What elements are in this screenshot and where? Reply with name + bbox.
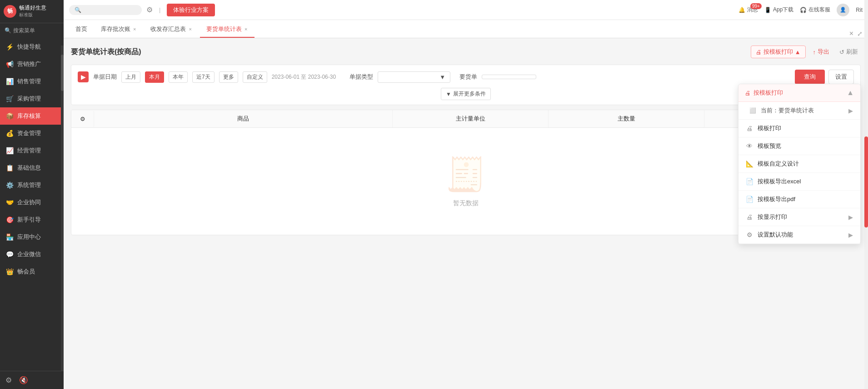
messages-button[interactable]: 🔔 消息 99+: [738, 6, 758, 14]
tab-order-summary-close[interactable]: ×: [244, 26, 248, 32]
excel-icon: 📄: [746, 178, 753, 185]
user-avatar[interactable]: 👤: [837, 4, 849, 16]
sidebar-item-collab[interactable]: 🤝 企业协同: [0, 194, 64, 211]
app-version: 标准版: [19, 12, 46, 18]
sidebar-item-marketing[interactable]: 📢 营销推广: [0, 56, 64, 73]
sidebar-item-operations[interactable]: 📈 经营管理: [0, 142, 64, 159]
inventory-icon: 📦: [5, 112, 14, 120]
current-template-icon: ⬜: [749, 107, 756, 114]
tab-home[interactable]: 首页: [69, 21, 94, 38]
mute-icon[interactable]: 🔇: [19, 376, 28, 384]
this-month-btn[interactable]: 本月: [145, 71, 164, 83]
topbar-right: 🔔 消息 99+ 📱 App下载 🎧 在线客服 👤 Rit: [738, 4, 863, 16]
sidebar-item-label: 系统管理: [17, 181, 41, 189]
sidebar-item-appstore[interactable]: 🏪 应用中心: [0, 228, 64, 246]
dropdown-display-print[interactable]: 🖨 按显示打印 ▶: [738, 208, 860, 226]
headset-icon: 🎧: [800, 7, 807, 13]
sidebar-item-inventory[interactable]: 📦 库存核算: [0, 107, 64, 125]
app-download-button[interactable]: 📱 App下载: [764, 6, 793, 14]
dropdown-template-export-pdf[interactable]: 📄 按模板导出pdf: [738, 191, 860, 208]
finance-icon: 💰: [5, 129, 14, 137]
print-icon: 🖨: [746, 125, 753, 132]
quicknav-icon: ⚡: [5, 43, 14, 51]
topbar-search[interactable]: 🔍: [69, 5, 142, 15]
template-print-button[interactable]: 🖨 按模板打印 ▲: [751, 45, 806, 58]
prev-month-btn[interactable]: 上月: [121, 71, 140, 83]
sidebar-item-finance[interactable]: 💰 资金管理: [0, 125, 64, 142]
template-print-dropdown: 🖨 按模板打印 ▲ ⬜ 当前：要货单统计表 ▶ 🖨 模板打印 👁 模板预览: [738, 84, 861, 244]
col-settings[interactable]: ⚙: [71, 111, 94, 127]
expand-more-button[interactable]: ▼ 展开更多条件: [441, 88, 491, 100]
sidebar-item-quicknav[interactable]: ⚡ 快捷导航: [0, 38, 64, 56]
dropdown-close-icon[interactable]: ▲: [847, 89, 854, 97]
purchase-icon: 🛒: [5, 95, 14, 103]
sidebar-item-label: 快捷导航: [17, 43, 41, 51]
sidebar-item-label: 销售管理: [17, 77, 41, 86]
custom-date-btn[interactable]: 自定义: [243, 71, 267, 83]
marketing-icon: 📢: [5, 60, 14, 68]
sidebar-item-label: 经营管理: [17, 147, 41, 155]
last-7days-btn[interactable]: 近7天: [192, 71, 215, 83]
sidebar-item-basics[interactable]: 📋 基础信息: [0, 159, 64, 177]
page-actions: 🖨 按模板打印 ▲ ↑ 导出 ↺ 刷新: [751, 45, 861, 58]
export-button[interactable]: ↑ 导出: [810, 46, 833, 58]
goods-filter-input[interactable]: [482, 75, 536, 79]
avatar-icon: 👤: [840, 7, 846, 13]
corpwechat-icon: 💬: [5, 250, 14, 258]
sidebar-item-label: 资金管理: [17, 129, 41, 137]
online-service-button[interactable]: 🎧 在线客服: [800, 6, 830, 14]
refresh-label: 刷新: [846, 48, 858, 56]
dropdown-template-custom[interactable]: 📐 模板自定义设计: [738, 155, 860, 173]
order-type-select[interactable]: ▼: [378, 71, 450, 83]
template-export-pdf-label: 按模板导出pdf: [758, 195, 795, 203]
refresh-button[interactable]: ↺ 刷新: [837, 46, 861, 58]
date-range-label: 2023-06-01 至 2023-06-30: [272, 73, 336, 81]
sidebar-item-label: 库存核算: [17, 112, 41, 120]
filter-expand-icon[interactable]: ▶: [78, 71, 89, 82]
expand-window-icon[interactable]: ⤢: [857, 30, 863, 37]
dropdown-template-export-excel[interactable]: 📄 按模板导出excel: [738, 173, 860, 191]
messages-badge: 99+: [750, 3, 762, 9]
tab-inventory-batch[interactable]: 库存批次账 ×: [95, 21, 143, 38]
system-icon: ⚙️: [5, 181, 14, 189]
settings-button[interactable]: 设置: [828, 70, 854, 84]
tab-collection-summary[interactable]: 收发存汇总表 ×: [144, 21, 199, 38]
tab-collection-summary-close[interactable]: ×: [188, 26, 192, 32]
tab-order-summary[interactable]: 要货单统计表 ×: [200, 21, 254, 38]
chevron-right-icon: ▶: [848, 107, 853, 114]
dropdown-header: 🖨 按模板打印 ▲: [738, 84, 860, 102]
sidebar-item-purchase[interactable]: 🛒 采购管理: [0, 90, 64, 107]
trial-industry-button[interactable]: 体验行业方案: [167, 4, 215, 16]
more-date-btn[interactable]: 更多: [219, 71, 238, 83]
this-year-btn[interactable]: 本年: [169, 71, 188, 83]
dropdown-template-print[interactable]: 🖨 模板打印: [738, 120, 860, 137]
close-window-icon[interactable]: ×: [849, 30, 853, 38]
set-default-label: 设置默认功能: [758, 231, 793, 239]
sidebar-item-member[interactable]: 👑 畅会员: [0, 263, 64, 280]
dropdown-current-template[interactable]: ⬜ 当前：要货单统计表 ▶: [738, 102, 860, 120]
current-template-label: 当前：要货单统计表: [761, 106, 814, 115]
sidebar-item-label: 企业微信: [17, 250, 41, 258]
display-print-icon: 🖨: [746, 213, 753, 221]
sidebar-item-sales[interactable]: 📊 销售管理: [0, 73, 64, 90]
search-icon: 🔍: [75, 7, 81, 13]
sidebar-item-newguide[interactable]: 🎯 新手引导: [0, 211, 64, 228]
query-button[interactable]: 查询: [795, 70, 825, 84]
right-scrollbar[interactable]: [864, 0, 868, 389]
dropdown-set-default[interactable]: ⚙ 设置默认功能 ▶: [738, 226, 860, 244]
sidebar-item-label: 应用中心: [17, 233, 41, 241]
collab-icon: 🤝: [5, 198, 14, 207]
order-goods-label: 要货单: [459, 73, 477, 81]
expand-more-label: 展开更多条件: [453, 90, 486, 98]
settings-icon[interactable]: ⚙: [5, 376, 12, 384]
sidebar-search[interactable]: 🔍 搜索菜单: [0, 23, 64, 38]
sidebar-item-label: 新手引导: [17, 216, 41, 224]
sidebar-item-system[interactable]: ⚙️ 系统管理: [0, 177, 64, 194]
sidebar-item-corpwechat[interactable]: 💬 企业微信: [0, 246, 64, 263]
chevron-right-icon2: ▶: [848, 214, 853, 221]
dropdown-template-preview[interactable]: 👁 模板预览: [738, 137, 860, 155]
tab-inventory-batch-close[interactable]: ×: [132, 26, 137, 32]
dropdown-title-label: 按模板打印: [753, 89, 783, 97]
design-icon: 📐: [746, 160, 753, 167]
topbar-gear-icon[interactable]: ⚙: [146, 5, 153, 14]
